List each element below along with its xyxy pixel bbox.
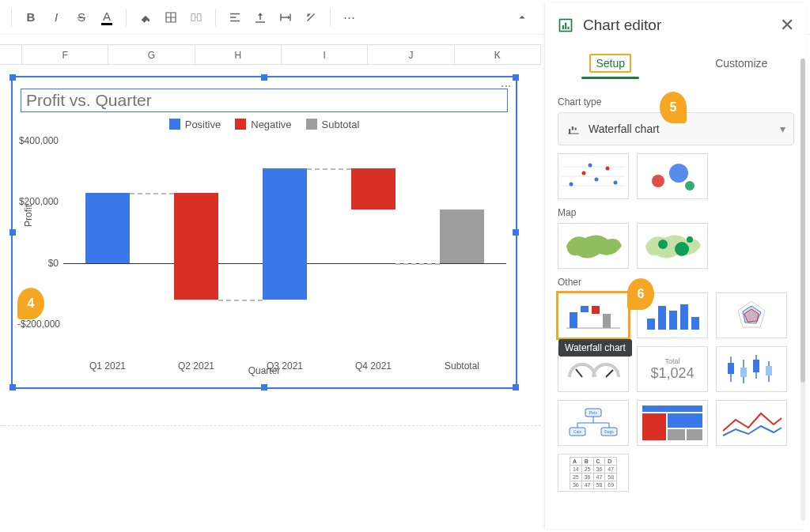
italic-button[interactable]: I xyxy=(45,6,67,28)
chart-thumb-choropleth[interactable] xyxy=(558,223,629,269)
chart-thumb-candlestick[interactable] xyxy=(716,346,787,392)
col-header[interactable]: I xyxy=(282,45,368,64)
svg-point-23 xyxy=(687,236,693,243)
vertical-align-button[interactable] xyxy=(249,6,271,28)
bar-positive xyxy=(85,193,130,263)
svg-point-19 xyxy=(669,164,688,183)
x-tick: Q2 2021 xyxy=(178,360,214,372)
x-tick: Q3 2021 xyxy=(267,360,303,372)
svg-point-18 xyxy=(652,175,664,187)
svg-rect-26 xyxy=(581,306,589,312)
chart-thumb-scatter[interactable] xyxy=(558,153,629,199)
svg-rect-30 xyxy=(658,306,666,330)
col-header[interactable]: G xyxy=(108,45,195,64)
align-left-icon xyxy=(228,10,242,25)
text-color-button[interactable]: A xyxy=(96,6,118,28)
annotation-5: 5 xyxy=(660,92,687,123)
svg-line-37 xyxy=(576,369,582,377)
tab-setup[interactable]: Setup xyxy=(545,47,676,79)
merge-cells-button[interactable] xyxy=(185,6,207,28)
svg-point-15 xyxy=(614,181,618,185)
chart-thumb-treemap[interactable] xyxy=(637,400,708,446)
text-rotation-button[interactable] xyxy=(300,6,322,28)
annotation-4: 4 xyxy=(17,288,44,319)
embedded-chart[interactable]: ⋮ Profit vs. Quarter Positive Negative S… xyxy=(11,76,517,389)
chart-icon xyxy=(558,17,573,33)
svg-rect-57 xyxy=(642,406,702,412)
chevron-down-icon: ▾ xyxy=(780,123,785,135)
paint-bucket-icon xyxy=(138,10,153,25)
group-map-label: Map xyxy=(558,207,794,218)
svg-rect-5 xyxy=(572,126,573,130)
chart-thumb-table[interactable]: ABCD142536472536475836475869 xyxy=(558,454,629,492)
svg-text:Dogs: Dogs xyxy=(604,429,614,434)
svg-rect-1 xyxy=(562,25,564,29)
svg-text:Cats: Cats xyxy=(573,429,582,434)
svg-rect-59 xyxy=(668,413,702,428)
borders-button[interactable] xyxy=(160,6,182,28)
col-header[interactable]: J xyxy=(368,45,454,64)
plot-area: -$200,000$0$200,000$400,000Q1 2021Q2 202… xyxy=(63,141,506,346)
svg-text:Pets: Pets xyxy=(589,410,598,415)
tab-customize[interactable]: Customize xyxy=(676,47,808,79)
svg-rect-4 xyxy=(569,129,570,134)
svg-rect-58 xyxy=(642,413,666,440)
svg-rect-61 xyxy=(687,429,702,440)
chart-thumb-map-markers[interactable] xyxy=(637,223,708,269)
svg-line-38 xyxy=(606,370,613,377)
panel-scrollbar[interactable] xyxy=(801,58,805,521)
y-axis-label: Profit xyxy=(23,205,34,227)
svg-rect-31 xyxy=(669,311,677,330)
x-tick: Subtotal xyxy=(445,360,479,372)
svg-rect-27 xyxy=(592,306,600,314)
close-panel-button[interactable]: ✕ xyxy=(780,15,794,36)
chart-title-input[interactable]: Profit vs. Quarter xyxy=(21,89,508,112)
svg-point-20 xyxy=(685,181,695,191)
text-wrap-button[interactable] xyxy=(274,6,297,28)
svg-rect-6 xyxy=(575,128,577,130)
chart-thumb-bubble[interactable] xyxy=(637,153,708,199)
svg-point-22 xyxy=(675,242,689,256)
x-tick: Q4 2021 xyxy=(355,360,392,372)
collapse-toolbar-button[interactable] xyxy=(511,6,533,28)
col-header[interactable]: K xyxy=(455,45,541,64)
svg-rect-45 xyxy=(753,360,759,372)
svg-rect-33 xyxy=(691,317,699,330)
svg-point-13 xyxy=(595,178,599,182)
chevron-up-icon xyxy=(515,10,529,25)
col-header[interactable]: H xyxy=(195,45,282,64)
chart-legend: Positive Negative Subtotal xyxy=(13,119,516,130)
col-header[interactable]: F xyxy=(22,45,108,64)
svg-rect-3 xyxy=(568,27,570,29)
svg-rect-29 xyxy=(647,319,655,330)
bold-button[interactable]: B xyxy=(20,6,42,28)
waterfall-icon xyxy=(566,122,581,136)
svg-point-16 xyxy=(589,164,592,168)
bar-subtotal xyxy=(440,209,484,263)
annotation-6: 6 xyxy=(627,278,654,310)
rotation-icon xyxy=(304,10,318,25)
svg-rect-25 xyxy=(570,312,577,328)
chart-thumb-radar[interactable] xyxy=(716,292,787,338)
bar-positive xyxy=(263,168,307,300)
more-button[interactable]: ⋯ xyxy=(339,6,361,28)
chart-thumb-timeline[interactable] xyxy=(716,400,787,446)
svg-rect-2 xyxy=(565,23,566,29)
panel-tabs: Setup Customize xyxy=(545,47,807,79)
svg-rect-28 xyxy=(603,314,611,328)
strikethrough-button[interactable]: S xyxy=(70,6,93,28)
fill-color-button[interactable] xyxy=(134,6,157,28)
svg-point-21 xyxy=(658,240,668,249)
horizontal-align-button[interactable] xyxy=(224,6,246,28)
chart-thumb-waterfall[interactable]: Waterfall chart xyxy=(558,292,629,338)
bar-negative xyxy=(351,168,396,209)
chart-thumb-org[interactable]: PetsCatsDogs xyxy=(558,400,629,446)
svg-point-14 xyxy=(606,167,610,171)
x-tick: Q1 2021 xyxy=(89,360,126,372)
borders-icon xyxy=(164,10,178,25)
svg-point-11 xyxy=(570,183,573,187)
x-axis-label: Quarter xyxy=(13,365,516,376)
chart-thumb-scorecard[interactable]: Total $1,024 xyxy=(637,346,708,392)
svg-rect-32 xyxy=(680,304,688,330)
valign-bottom-icon xyxy=(253,10,267,25)
